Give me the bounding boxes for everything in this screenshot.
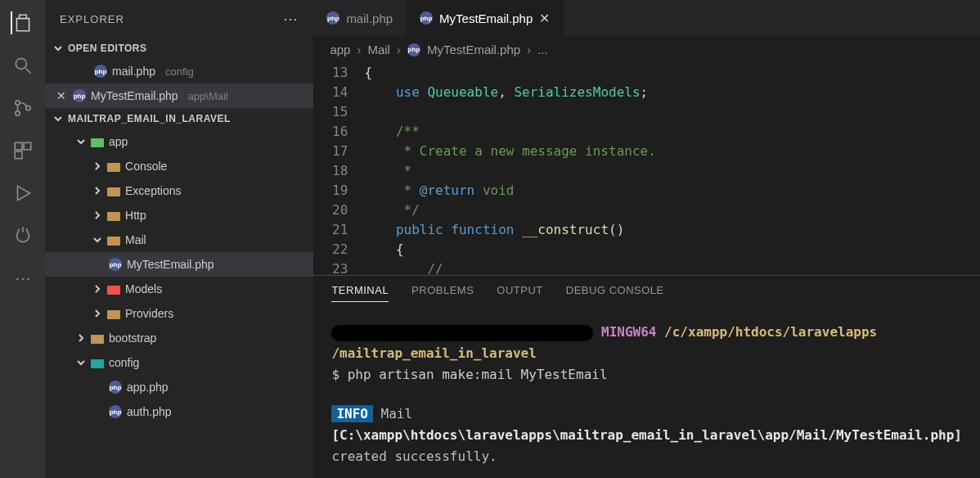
chevron-down-icon [53,114,63,124]
folder-icon [107,185,120,196]
info-badge: INFO [331,405,373,422]
folder-icon [91,136,104,147]
open-editor-item[interactable]: php mail.php config [45,59,313,83]
file-tree: app Console Exceptions Http Mail phpMyTe… [45,129,313,424]
svg-rect-5 [24,142,31,150]
source-control-icon[interactable] [11,97,34,120]
tab-terminal[interactable]: TERMINAL [331,284,389,302]
bottom-panel: TERMINAL PROBLEMS OUTPUT DEBUG CONSOLE M… [313,275,980,478]
folder-http[interactable]: Http [45,203,313,228]
chevron-down-icon [76,137,86,147]
sidebar: EXPLORER ⋯ OPEN EDITORS php mail.php con… [45,0,313,478]
open-editors-list: php mail.php config ✕ php MyTestEmail.ph… [45,59,313,108]
more-icon[interactable]: ⋯ [11,267,34,290]
close-icon[interactable]: ✕ [55,89,68,102]
panel-tabs: TERMINAL PROBLEMS OUTPUT DEBUG CONSOLE [313,276,980,302]
chevron-right-icon [92,309,102,318]
extensions-icon[interactable] [11,139,34,162]
php-icon: php [109,258,122,271]
open-editor-item[interactable]: ✕ php MyTestEmail.php app\Mail [45,83,313,108]
terminal-content[interactable]: MINGW64 /c/xampp/htdocs/laravelapps /mai… [313,302,980,478]
explorer-icon[interactable] [11,11,34,34]
folder-icon [107,160,120,172]
project-header[interactable]: MAILTRAP_EMAIL_IN_LARAVEL [45,108,313,129]
line-gutter: 1314151617181920212223 [313,63,364,275]
run-debug-icon[interactable] [11,182,34,205]
folder-mail[interactable]: Mail [45,228,313,252]
php-icon: php [326,11,339,25]
breadcrumbs[interactable]: app› Mail› php MyTestEmail.php› ... [313,36,980,63]
code-editor[interactable]: 1314151617181920212223 { use Queueable, … [313,63,980,275]
folder-bootstrap[interactable]: bootstrap [45,326,313,350]
folder-icon [107,308,120,319]
chevron-right-icon [92,186,102,196]
svg-rect-6 [15,151,22,159]
code-content: { use Queueable, SerializesModels; /** *… [364,63,980,275]
chevron-down-icon [76,358,86,368]
folder-icon [91,357,104,368]
chevron-right-icon [92,210,102,220]
chevron-down-icon [92,235,102,245]
testing-icon[interactable] [11,224,34,247]
folder-providers[interactable]: Providers [45,301,313,326]
tab-mytestemail[interactable]: php MyTestEmail.php ✕ [407,0,564,36]
tab-mail[interactable]: php mail.php [313,0,407,36]
folder-models[interactable]: Models [45,277,313,301]
folder-console[interactable]: Console [45,154,313,178]
file-mytestemail[interactable]: phpMyTestEmail.php [45,252,313,277]
search-icon[interactable] [11,54,34,77]
tab-debug-console[interactable]: DEBUG CONSOLE [566,284,664,302]
chevron-down-icon [53,43,63,53]
folder-app[interactable]: app [45,129,313,154]
php-icon: php [109,405,122,418]
tab-problems[interactable]: PROBLEMS [411,284,474,302]
svg-point-2 [15,111,19,115]
chevron-right-icon [76,333,86,343]
main-area: php mail.php php MyTestEmail.php ✕ app› … [313,0,980,478]
php-icon: php [109,381,122,394]
folder-icon [107,283,120,295]
folder-icon [107,210,120,221]
php-icon: php [420,11,433,25]
chevron-right-icon [92,284,102,294]
folder-icon [107,234,120,246]
redacted-user [331,325,593,341]
folder-icon [91,332,104,344]
activity-bar: ⋯ [0,0,45,478]
php-icon: php [94,65,107,78]
chevron-right-icon [92,161,102,171]
svg-rect-4 [15,142,22,150]
sidebar-title: EXPLORER [60,13,124,25]
file-appphp[interactable]: phpapp.php [45,375,313,399]
editor-tabs: php mail.php php MyTestEmail.php ✕ [313,0,980,36]
tab-output[interactable]: OUTPUT [497,284,542,302]
file-authphp[interactable]: phpauth.php [45,399,313,424]
php-icon: php [407,43,420,56]
svg-point-1 [15,101,19,105]
folder-exceptions[interactable]: Exceptions [45,178,313,203]
svg-point-0 [16,58,26,69]
open-editors-header[interactable]: OPEN EDITORS [45,38,313,59]
terminal-command: $ php artisan make:mail MyTestEmail [331,364,962,386]
php-icon: php [73,89,86,102]
sidebar-more-icon[interactable]: ⋯ [283,10,299,28]
folder-config[interactable]: config [45,350,313,375]
close-icon[interactable]: ✕ [539,11,550,26]
